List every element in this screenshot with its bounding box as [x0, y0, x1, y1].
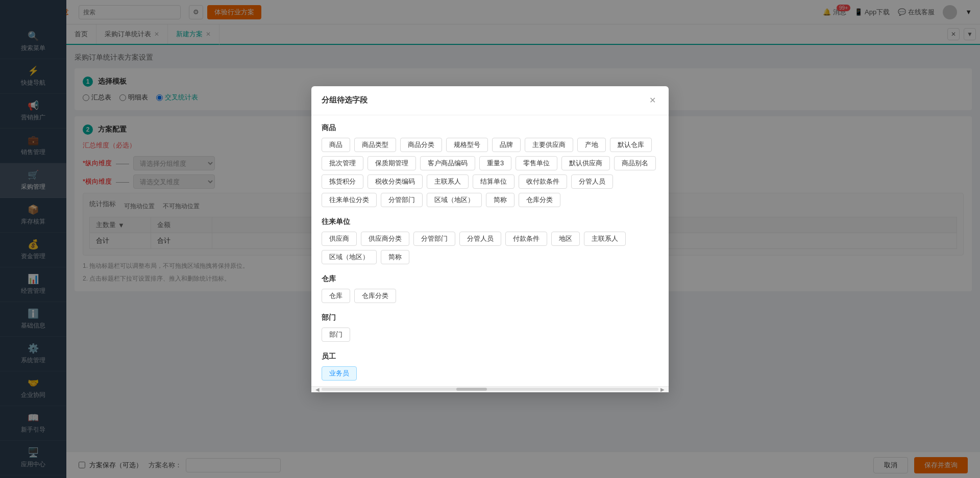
field-pick-score[interactable]: 拣货积分 — [322, 174, 363, 189]
field-default-warehouse[interactable]: 默认仓库 — [610, 138, 652, 152]
partner-fields-grid: 供应商 供应商分类 分管部门 分管人员 付款条件 地区 主联系人 区域（地区） … — [322, 232, 658, 264]
section-partner: 往来单位 供应商 供应商分类 分管部门 分管人员 付款条件 地区 主联系人 区域… — [322, 217, 658, 264]
field-warehouse-category[interactable]: 仓库分类 — [519, 193, 560, 207]
modal-close-button[interactable]: ✕ — [646, 94, 658, 107]
section-product: 商品 商品 商品类型 商品分类 规格型号 品牌 主要供应商 产地 默认仓库 批次… — [322, 123, 658, 207]
hscroll-thumb[interactable] — [456, 388, 487, 391]
section-department-title: 部门 — [322, 313, 658, 322]
field-tax-code[interactable]: 税收分类编码 — [368, 174, 423, 189]
section-department: 部门 部门 — [322, 313, 658, 342]
section-staff-title: 员工 — [322, 352, 658, 361]
field-spec-model[interactable]: 规格型号 — [446, 138, 488, 152]
field-default-supplier[interactable]: 默认供应商 — [561, 156, 610, 170]
field-area[interactable]: 地区 — [551, 232, 580, 246]
field-short-name[interactable]: 简称 — [486, 193, 514, 207]
field-product-type[interactable]: 商品类型 — [354, 138, 396, 152]
field-retail-unit[interactable]: 零售单位 — [516, 156, 557, 170]
field-manager-staff[interactable]: 分管人员 — [571, 174, 613, 189]
field-supplier[interactable]: 供应商 — [322, 232, 357, 246]
field-product-alias[interactable]: 商品别名 — [614, 156, 656, 170]
modal-body: 商品 商品 商品类型 商品分类 规格型号 品牌 主要供应商 产地 默认仓库 批次… — [311, 115, 669, 386]
field-expiry-mgmt[interactable]: 保质期管理 — [368, 156, 416, 170]
field-department[interactable]: 部门 — [322, 328, 350, 342]
field-product[interactable]: 商品 — [322, 138, 350, 152]
field-brand[interactable]: 品牌 — [492, 138, 521, 152]
field-warehouse-cat[interactable]: 仓库分类 — [354, 289, 396, 303]
field-weight3[interactable]: 重量3 — [479, 156, 511, 170]
field-partner-main-contact[interactable]: 主联系人 — [584, 232, 626, 246]
modal-hscroll[interactable]: ◀ ▶ — [311, 386, 669, 392]
field-dept[interactable]: 分管部门 — [381, 193, 423, 207]
section-partner-title: 往来单位 — [322, 217, 658, 227]
field-partner-dept[interactable]: 分管部门 — [413, 232, 455, 246]
field-origin[interactable]: 产地 — [577, 138, 606, 152]
modal-header: 分组待选字段 ✕ — [311, 86, 669, 115]
field-supplier-category[interactable]: 供应商分类 — [361, 232, 409, 246]
field-customer-code[interactable]: 客户商品编码 — [420, 156, 475, 170]
field-main-contact[interactable]: 主联系人 — [427, 174, 469, 189]
field-region[interactable]: 区域（地区） — [427, 193, 482, 207]
field-partner-staff[interactable]: 分管人员 — [459, 232, 501, 246]
modal-overlay[interactable]: 分组待选字段 ✕ 商品 商品 商品类型 商品分类 规格型号 品牌 主要供应商 产… — [0, 0, 980, 478]
warehouse-fields-grid: 仓库 仓库分类 — [322, 289, 658, 303]
field-salesperson[interactable]: 业务员 — [322, 366, 357, 381]
staff-fields-grid: 业务员 — [322, 366, 658, 381]
product-fields-grid: 商品 商品类型 商品分类 规格型号 品牌 主要供应商 产地 默认仓库 批次管理 … — [322, 138, 658, 207]
field-main-supplier[interactable]: 主要供应商 — [525, 138, 573, 152]
field-partner-category[interactable]: 往来单位分类 — [322, 193, 377, 207]
field-batch-mgmt[interactable]: 批次管理 — [322, 156, 363, 170]
field-partner-shortname[interactable]: 简称 — [381, 250, 409, 264]
field-payment-terms[interactable]: 收付款条件 — [519, 174, 567, 189]
field-product-category[interactable]: 商品分类 — [400, 138, 442, 152]
modal-dialog: 分组待选字段 ✕ 商品 商品 商品类型 商品分类 规格型号 品牌 主要供应商 产… — [311, 86, 669, 392]
section-product-title: 商品 — [322, 123, 658, 133]
field-partner-region[interactable]: 区域（地区） — [322, 250, 377, 264]
section-warehouse-title: 仓库 — [322, 274, 658, 284]
field-settlement-unit[interactable]: 结算单位 — [473, 174, 514, 189]
hscroll-right-arrow[interactable]: ▶ — [658, 387, 667, 392]
modal-title: 分组待选字段 — [322, 95, 368, 105]
department-fields-grid: 部门 — [322, 328, 658, 342]
field-warehouse[interactable]: 仓库 — [322, 289, 350, 303]
hscroll-left-arrow[interactable]: ◀ — [313, 387, 322, 392]
section-warehouse: 仓库 仓库 仓库分类 — [322, 274, 658, 303]
field-payment-condition[interactable]: 付款条件 — [505, 232, 547, 246]
hscroll-track — [322, 388, 658, 391]
section-staff: 员工 业务员 — [322, 352, 658, 381]
